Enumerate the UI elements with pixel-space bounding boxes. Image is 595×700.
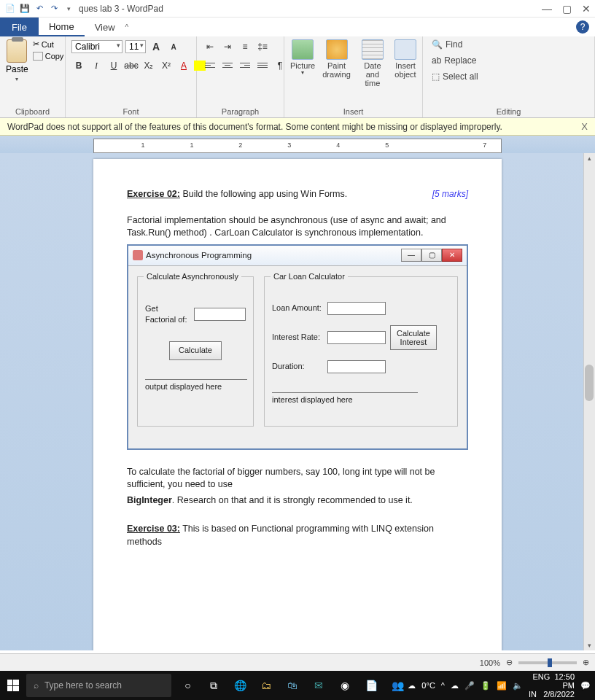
format-warning-bar: WordPad does not support all of the feat… — [0, 118, 595, 136]
taskbar: ⌕ Type here to search ○ ⧉ 🌐 🗂 🛍 ✉ ◉ 📄 👥 … — [0, 671, 595, 700]
paste-icon — [7, 39, 27, 63]
line-spacing-button[interactable]: ‡≡ — [255, 39, 270, 54]
tray-chevron-icon[interactable]: ^ — [441, 681, 445, 690]
figure-app-icon — [133, 250, 143, 260]
underline-button[interactable]: U — [106, 58, 121, 73]
insert-picture-button[interactable]: Picture▾ — [290, 39, 315, 77]
status-bar: 100% ⊖ ⊕ — [0, 653, 595, 671]
copy-button[interactable]: Copy — [33, 52, 64, 61]
close-window-button[interactable]: ✕ — [582, 3, 591, 15]
taskbar-search[interactable]: ⌕ Type here to search — [26, 674, 171, 697]
align-justify-button[interactable] — [255, 58, 270, 71]
store-icon[interactable]: 🛍 — [282, 675, 303, 696]
weather-temp[interactable]: 0°C — [421, 681, 435, 690]
ruler[interactable]: 1 1 2 3 4 5 7 — [93, 139, 502, 153]
font-name-combo[interactable]: Calibri — [71, 40, 122, 53]
wordpad-taskbar-icon[interactable]: 📄 — [361, 675, 381, 696]
paint-icon — [326, 39, 348, 60]
factorial-input — [194, 308, 246, 321]
replace-button[interactable]: abReplace — [432, 55, 478, 66]
paint-drawing-button[interactable]: Paint drawing — [322, 39, 351, 79]
mic-icon[interactable]: 🎤 — [464, 681, 475, 691]
file-explorer-icon[interactable]: 🗂 — [256, 675, 276, 696]
increase-indent-button[interactable]: ⇥ — [220, 39, 235, 54]
superscript-button[interactable]: X² — [159, 58, 174, 73]
warning-text: WordPad does not support all of the feat… — [7, 122, 502, 132]
subscript-button[interactable]: X₂ — [141, 58, 156, 73]
window-titlebar: 📄 💾 ↶ ↷ ▾ ques lab 3 - WordPad — ▢ ✕ — [0, 0, 595, 18]
save-icon[interactable]: 💾 — [19, 3, 31, 15]
zoom-value: 100% — [480, 658, 500, 667]
shrink-font-button[interactable]: A — [166, 39, 181, 54]
zoom-in-button[interactable]: ⊕ — [583, 658, 589, 667]
wifi-icon[interactable]: 📶 — [497, 681, 507, 691]
date-time-button[interactable]: Date and time — [358, 39, 387, 88]
align-left-button[interactable] — [203, 58, 217, 71]
figure-minimize-button: — — [401, 249, 421, 262]
task-view-icon[interactable]: ⧉ — [203, 675, 224, 696]
system-tray: ☁ 0°C ^ ☁ 🎤 🔋 📶 🔈 ENG 12:50 PM IN 2/8/20… — [408, 672, 595, 699]
exercise-02-description: Factorial implementation should be async… — [127, 214, 468, 240]
select-all-button[interactable]: ⬚Select all — [432, 71, 478, 82]
strike-button[interactable]: abc — [124, 58, 139, 73]
figure-maximize-button: ▢ — [421, 249, 442, 262]
vertical-scrollbar[interactable]: ▴ ▾ — [583, 153, 595, 650]
group-font-label: Font — [71, 106, 190, 116]
maximize-button[interactable]: ▢ — [562, 3, 572, 15]
align-right-button[interactable] — [238, 58, 252, 71]
factorial-output: output displayed here — [145, 379, 247, 392]
decrease-indent-button[interactable]: ⇤ — [203, 39, 217, 54]
onedrive-icon[interactable]: ☁ — [451, 681, 459, 691]
redo-icon[interactable]: ↷ — [48, 3, 60, 15]
warning-close-button[interactable]: X — [581, 121, 588, 132]
duration-label: Duration: — [272, 361, 323, 372]
chrome-icon[interactable]: ◉ — [335, 675, 355, 696]
groupbox-car-loan: Car Loan Calculator Loan Amount: Interes… — [264, 276, 458, 427]
tab-view[interactable]: View — [85, 18, 125, 36]
scroll-down-icon[interactable]: ▾ — [586, 642, 594, 649]
start-button[interactable] — [0, 671, 26, 700]
font-size-combo[interactable]: 11 — [125, 40, 146, 53]
window-title: ques lab 3 - WordPad — [79, 4, 163, 14]
notifications-icon[interactable]: 💬 — [580, 681, 591, 691]
zoom-out-button[interactable]: ⊖ — [506, 658, 513, 667]
page[interactable]: [5 marks] Exercise 02: Build the followi… — [93, 159, 502, 650]
replace-icon: ab — [432, 55, 441, 66]
tab-file[interactable]: File — [0, 18, 39, 36]
align-center-button[interactable] — [220, 58, 235, 71]
scrollbar-thumb[interactable] — [585, 365, 594, 401]
exercise-03-heading: Exercise 03: This is based on Functional… — [127, 523, 468, 548]
insert-object-button[interactable]: Insert object — [394, 39, 416, 79]
loan-amount-input — [327, 302, 386, 315]
tab-home[interactable]: Home — [39, 18, 85, 36]
biginteger-note-2: BigInteger. Research on that and it is s… — [127, 494, 468, 508]
edge-icon[interactable]: 🌐 — [230, 675, 250, 696]
italic-button[interactable]: I — [89, 58, 104, 73]
interest-output: interest displayed here — [272, 392, 418, 405]
volume-icon[interactable]: 🔈 — [513, 681, 523, 691]
scroll-up-icon[interactable]: ▴ — [586, 155, 594, 162]
datetime-icon — [362, 39, 384, 60]
grow-font-button[interactable]: A — [149, 39, 163, 54]
cut-button[interactable]: ✂Cut — [33, 39, 64, 49]
battery-icon[interactable]: 🔋 — [481, 681, 491, 691]
bullets-button[interactable]: ≡ — [238, 39, 252, 54]
cortana-icon[interactable]: ○ — [177, 675, 198, 696]
undo-icon[interactable]: ↶ — [34, 3, 45, 15]
tray-datetime[interactable]: ENG 12:50 PM IN 2/8/2022 — [529, 672, 575, 699]
qat-dropdown-icon[interactable]: ▾ — [63, 3, 74, 15]
find-icon: 🔍 — [432, 39, 443, 50]
find-button[interactable]: 🔍Find — [432, 39, 478, 50]
help-button[interactable]: ? — [576, 20, 589, 34]
mail-icon[interactable]: ✉ — [308, 675, 329, 696]
ribbon-collapse-icon[interactable]: ^ — [125, 23, 129, 31]
weather-icon[interactable]: ☁ — [408, 681, 416, 691]
zoom-slider[interactable] — [518, 661, 577, 664]
font-color-button[interactable]: A — [176, 58, 191, 73]
winforms-figure: Asynchronous Programming — ▢ ✕ Calculate… — [127, 244, 468, 450]
paste-button[interactable]: Paste ▾ — [6, 39, 28, 82]
bold-button[interactable]: B — [71, 58, 86, 73]
document-area[interactable]: [5 marks] Exercise 02: Build the followi… — [0, 153, 595, 650]
teams-icon[interactable]: 👥 — [387, 675, 408, 696]
minimize-button[interactable]: — — [542, 3, 552, 15]
